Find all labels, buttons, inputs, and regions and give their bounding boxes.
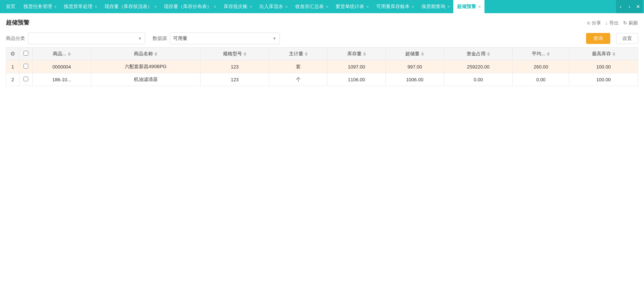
chevron-down-icon: ▼ [272,36,277,41]
sort-icon [487,52,490,56]
row-unit: 套 [269,60,328,73]
nav-close-all[interactable]: ✕ [634,0,643,13]
sort-icon [68,52,71,56]
row-max-stock: 100.00 [569,73,638,86]
nav-item-label: 库存批次账 [224,3,248,10]
row-capital: 259220.00 [444,60,513,73]
nav-item-stock-dist[interactable]: 现存量（库存分布表） × [160,0,220,13]
sort-icon [244,52,246,56]
nav-item-order-stats[interactable]: 要货单统计表 × [332,0,372,13]
close-icon[interactable]: × [285,4,288,9]
close-icon[interactable]: × [326,4,328,9]
th-avg[interactable]: 平均... [513,48,569,60]
nav-item-quality[interactable]: 保质期查询 × [418,0,453,13]
table-body: 1 0000004 六配套新昌490BPG 123 套 1097.00 997.… [6,60,638,86]
category-select[interactable]: ▼ [28,33,145,44]
close-icon[interactable]: × [412,4,414,9]
row-product-name: 机油滤清器 [91,73,200,86]
datasource-value: 可用量 [173,35,187,42]
nav-item-label: 保质期查询 [421,3,445,10]
nav-item-available[interactable]: 可用量库存账本 × [373,0,418,13]
table-row: 2 186-10... 机油滤清器 123 个 1106.00 1006.00 … [6,73,638,86]
sort-icon [421,52,424,56]
row-avg: 260.00 [513,60,569,73]
th-overstock[interactable]: 超储量 [385,48,444,60]
close-icon[interactable]: × [447,4,450,9]
th-max-stock[interactable]: 最高库存 [569,48,638,60]
close-icon[interactable]: × [250,4,252,9]
row-overstock: 997.00 [385,60,444,73]
close-icon[interactable]: × [366,4,369,9]
nav-arrows: ‹ › ✕ [616,0,643,13]
row-index: 1 [6,60,19,73]
nav-item-abnormal[interactable]: 拣货异常处理 × [60,0,100,13]
th-settings[interactable]: ⚙ [6,48,19,60]
select-all-checkbox[interactable] [23,51,28,56]
query-button[interactable]: 查询 [586,33,610,44]
settings-button[interactable]: 设置 [616,33,638,44]
nav-item-batch[interactable]: 库存批次账 × [220,0,256,13]
nav-item-stock-status[interactable]: 现存量（库存状况表） × [101,0,160,13]
share-button[interactable]: ⎋ 分享 [587,20,601,26]
datasource-select[interactable]: 可用量 ▼ [170,33,280,44]
nav-right-arrow[interactable]: › [625,0,634,13]
sort-icon [305,52,308,56]
data-table: ⚙ 商品... 商品名称 [6,47,638,86]
th-checkbox[interactable] [19,48,33,60]
row-checkbox[interactable] [23,77,28,81]
export-icon: ↓ [605,20,608,26]
page-title: 超储预警 [6,19,29,27]
page-header: 超储预警 ⎋ 分享 ↓ 导出 ↻ 刷新 [6,19,638,27]
row-overstock: 1006.00 [385,73,444,86]
close-icon[interactable]: × [95,4,97,9]
export-button[interactable]: ↓ 导出 [605,20,619,26]
sort-icon [363,52,366,56]
nav-item-label: 现存量（库存分布表） [164,3,212,10]
nav-item-label: 现存量（库存状况表） [105,3,152,10]
filter-row: 商品分类 ▼ 数据源 可用量 ▼ 查询 设置 [6,33,638,44]
row-checkbox[interactable] [23,64,28,68]
close-icon[interactable]: × [478,4,480,9]
sort-icon [547,52,550,56]
datasource-filter: 数据源 可用量 ▼ [153,33,280,44]
row-index: 2 [6,73,19,86]
category-label: 商品分类 [6,35,25,42]
row-checkbox-cell[interactable] [19,60,33,73]
header-actions: ⎋ 分享 ↓ 导出 ↻ 刷新 [587,20,638,26]
row-max-stock: 100.00 [569,60,638,73]
nav-item-inout-flow[interactable]: 出入库流水 × [256,0,291,13]
nav-home[interactable]: 首页 [1,3,20,10]
row-spec: 123 [200,60,269,73]
th-product-code[interactable]: 商品... [33,48,91,60]
th-unit[interactable]: 主计量 [269,48,328,60]
gear-icon[interactable]: ⚙ [10,51,15,57]
row-stock: 1097.00 [328,60,386,73]
table-header: ⚙ 商品... 商品名称 [6,48,638,60]
table-row: 1 0000004 六配套新昌490BPG 123 套 1097.00 997.… [6,60,638,73]
nav-bar: 首页 拣货任务管理 × 拣货异常处理 × 现存量（库存状况表） × 现存量（库存… [0,0,644,13]
refresh-icon: ↻ [623,20,627,26]
row-capital: 0.00 [444,73,513,86]
share-icon: ⎋ [587,20,590,26]
nav-item-task-mgmt[interactable]: 拣货任务管理 × [20,0,60,13]
datasource-label: 数据源 [153,35,167,42]
nav-item-label: 要货单统计表 [336,3,364,10]
close-icon[interactable]: × [154,4,157,9]
row-product-code: 0000004 [33,60,91,73]
page-content: 超储预警 ⎋ 分享 ↓ 导出 ↻ 刷新 商品分类 ▼ 数据源 [0,13,644,293]
nav-item-collect[interactable]: 收发存汇总表 × [292,0,332,13]
sort-icon [154,52,157,56]
chevron-down-icon: ▼ [138,36,142,41]
refresh-button[interactable]: ↻ 刷新 [623,20,638,26]
th-spec[interactable]: 规格型号 [200,48,269,60]
nav-item-overstock[interactable]: 超储预警 × [453,0,484,13]
nav-item-label: 拣货异常处理 [64,3,92,10]
close-icon[interactable]: × [214,4,216,9]
nav-left-arrow[interactable]: ‹ [616,0,625,13]
th-stock[interactable]: 库存量 [328,48,386,60]
close-icon[interactable]: × [54,4,56,9]
row-stock: 1106.00 [328,73,386,86]
th-capital[interactable]: 资金占用 [444,48,513,60]
row-checkbox-cell[interactable] [19,73,33,86]
th-product-name[interactable]: 商品名称 [91,48,200,60]
